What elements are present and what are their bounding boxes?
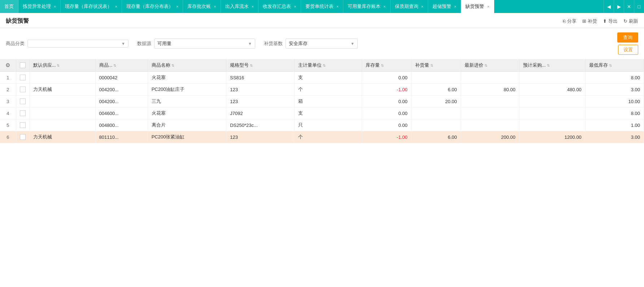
tab-close-expiry-query[interactable]: ×	[421, 4, 423, 9]
tab-label-inout-flow: 出入库流水	[225, 3, 249, 10]
header-actions: ⎗ 分享 ⊞ 补货 ⬆ 导出 ↻ 刷新	[563, 18, 638, 25]
tab-close-inout-flow[interactable]: ×	[252, 4, 254, 9]
tab-inventory-dist[interactable]: 现存量（库存分布表）×	[122, 0, 183, 13]
goods-code-sort-icon: ⇅	[113, 63, 116, 67]
row-checkbox-0[interactable]	[20, 75, 26, 80]
table-row: 6 力天机械 801110... PC200张紧油缸 123 个 -1.00 6…	[0, 131, 644, 143]
tab-expiry-query[interactable]: 保质期查询×	[391, 0, 428, 13]
tab-close-inventory-status[interactable]: ×	[115, 4, 117, 9]
cell-est-purchase-3	[519, 107, 585, 119]
tab-overstock[interactable]: 超储预警×	[428, 0, 461, 13]
cell-goods-code-0: 0000042	[95, 72, 148, 84]
tab-close-abnormal[interactable]: ×	[54, 4, 56, 9]
tab-home[interactable]: 首页	[0, 0, 18, 13]
th-replenish[interactable]: 补货量⇅	[411, 59, 461, 72]
tab-close-available-ledger[interactable]: ×	[383, 4, 386, 9]
cell-checkbox-3[interactable]	[16, 107, 29, 119]
tab-close-receive-summary[interactable]: ×	[294, 4, 296, 9]
spec-sort-icon: ⇅	[250, 63, 253, 67]
tab-maximize-button[interactable]: □	[634, 0, 644, 13]
cell-spec-0: SS816	[226, 72, 294, 84]
th-est-purchase[interactable]: 预计采购...⇅	[519, 59, 585, 72]
tab-inventory-status[interactable]: 现存量（库存状况表）×	[61, 0, 122, 13]
category-select[interactable]: ▼	[27, 40, 129, 48]
tab-order-stat[interactable]: 要货单统计表×	[301, 0, 343, 13]
main-content: 缺货预警 ⎗ 分享 ⊞ 补货 ⬆ 导出 ↻ 刷新 商品分类	[0, 13, 644, 287]
tab-inout-flow[interactable]: 出入库流水×	[221, 0, 258, 13]
tab-available-ledger[interactable]: 可用量库存账本×	[343, 0, 390, 13]
tab-close-order-stat[interactable]: ×	[336, 4, 339, 9]
tab-receive-summary[interactable]: 收发存汇总表×	[258, 0, 301, 13]
est-purchase-col-label: 预计采购...	[523, 62, 546, 69]
tab-abnormal[interactable]: 拣货异常处理×	[18, 0, 61, 13]
query-button[interactable]: 查询	[617, 32, 638, 43]
category-label: 商品分类	[6, 40, 25, 47]
cell-spec-3: J7092	[226, 107, 294, 119]
cell-unit-4: 只	[294, 119, 362, 131]
cell-spec-4: DS250*23c...	[226, 119, 294, 131]
tab-close-shortage[interactable]: ×	[487, 4, 489, 9]
refresh-label: 刷新	[629, 18, 638, 25]
cell-supplier-0	[29, 72, 95, 84]
row-checkbox-4[interactable]	[20, 122, 26, 128]
category-filter-group: 商品分类 ▼	[6, 40, 129, 48]
cell-unit-2: 箱	[294, 96, 362, 107]
row-checkbox-5[interactable]	[20, 134, 26, 140]
row-checkbox-1[interactable]	[20, 87, 26, 92]
tab-close-button[interactable]: ✕	[624, 0, 634, 13]
tab-batch-account[interactable]: 库存批次账×	[183, 0, 221, 13]
cell-checkbox-4[interactable]	[16, 119, 29, 131]
th-spec[interactable]: 规格型号⇅	[226, 59, 294, 72]
datasource-filter-group: 数据源 可用量 ▼	[137, 39, 255, 49]
gear-icon[interactable]: ⚙	[5, 62, 10, 68]
settings-button[interactable]: 设置	[618, 45, 638, 55]
th-goods-name[interactable]: 商品名称⇅	[148, 59, 226, 72]
datasource-select[interactable]: 可用量 ▼	[154, 39, 255, 49]
min-stock-sort-icon: ⇅	[609, 63, 612, 67]
th-min-stock[interactable]: 最低库存⇅	[585, 59, 644, 72]
cell-supplier-5: 力天机械	[29, 131, 95, 143]
row-checkbox-3[interactable]	[20, 110, 26, 116]
cell-supplier-1: 力天机械	[29, 84, 95, 96]
th-latest-price[interactable]: 最新进价⇅	[461, 59, 519, 72]
th-supplier[interactable]: 默认供应...⇅	[29, 59, 95, 72]
tab-label-overstock: 超储预警	[432, 3, 451, 10]
replenish-base-select[interactable]: 安全库存 ▼	[286, 39, 358, 49]
tab-next-button[interactable]: ▶	[614, 0, 624, 13]
filter-right-actions: 查询 设置	[617, 32, 638, 55]
cell-checkbox-0[interactable]	[16, 72, 29, 84]
cell-est-purchase-0	[519, 72, 585, 84]
export-action[interactable]: ⬆ 导出	[603, 18, 618, 25]
refresh-icon: ↻	[623, 18, 627, 24]
share-action[interactable]: ⎗ 分享	[563, 18, 576, 25]
tab-close-batch-account[interactable]: ×	[214, 4, 216, 9]
cell-stock-4: 0.00	[362, 119, 411, 131]
tab-close-inventory-dist[interactable]: ×	[176, 4, 178, 9]
cell-est-purchase-4	[519, 119, 585, 131]
replenish-base-filter-group: 补货基数 安全库存 ▼	[264, 39, 358, 49]
share-icon: ⎗	[563, 18, 566, 24]
cell-replenish-2: 20.00	[411, 96, 461, 107]
replenish-col-label: 补货量	[415, 62, 429, 69]
th-goods-code[interactable]: 商品...⇅	[95, 59, 148, 72]
th-gear[interactable]: ⚙	[0, 59, 16, 72]
replenish-action[interactable]: ⊞ 补货	[582, 18, 597, 25]
tab-shortage[interactable]: 缺货预警×	[461, 0, 494, 13]
refresh-action[interactable]: ↻ 刷新	[623, 18, 638, 25]
cell-checkbox-5[interactable]	[16, 131, 29, 143]
th-unit[interactable]: 主计量单位⇅	[294, 59, 362, 72]
header-checkbox[interactable]	[20, 62, 26, 68]
tab-label-home: 首页	[4, 3, 14, 10]
tab-prev-button[interactable]: ◀	[604, 0, 614, 13]
tab-label-receive-summary: 收发存汇总表	[263, 3, 291, 10]
tab-close-overstock[interactable]: ×	[454, 4, 456, 9]
th-stock[interactable]: 库存量⇅	[362, 59, 411, 72]
cell-goods-name-1: PC200油缸庄子	[148, 84, 226, 96]
goods-code-col-label: 商品...	[99, 62, 113, 69]
row-checkbox-2[interactable]	[20, 98, 26, 104]
cell-checkbox-2[interactable]	[16, 96, 29, 107]
cell-checkbox-1[interactable]	[16, 84, 29, 96]
table-row: 4 004600... 火花塞 J7092 支 0.00 8.00	[0, 107, 644, 119]
supplier-col-label: 默认供应...	[33, 62, 56, 69]
category-arrow-icon: ▼	[121, 41, 125, 46]
